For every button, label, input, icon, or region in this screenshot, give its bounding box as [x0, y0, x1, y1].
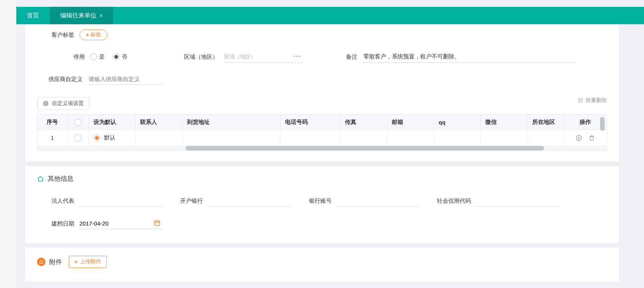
- customer-tag-label: 客户标签: [48, 31, 74, 39]
- col-delivery-address: 到货地址: [182, 115, 281, 130]
- attachment-title: 附件: [49, 258, 62, 266]
- region-input[interactable]: 区域（地区）: [223, 51, 257, 63]
- tab-home[interactable]: 首页: [16, 7, 50, 24]
- add-row-button[interactable]: [575, 135, 582, 141]
- bank-account-input[interactable]: [336, 195, 419, 207]
- tab-bar: 首页 编辑往来单位 ×: [16, 7, 644, 24]
- supplier-custom-input[interactable]: [88, 74, 164, 85]
- batch-delete-label: 批量删除: [586, 97, 607, 104]
- col-checkbox: [67, 115, 89, 130]
- header-checkbox[interactable]: [75, 119, 81, 126]
- cell-contact[interactable]: [136, 130, 182, 146]
- vertical-scrollbar-thumb[interactable]: [600, 117, 605, 131]
- ellipsis-icon[interactable]: ···: [292, 53, 303, 61]
- col-fax: 传真: [340, 115, 387, 130]
- row-checkbox[interactable]: [75, 135, 81, 141]
- cell-phone[interactable]: [281, 130, 340, 146]
- region-label: 区域（地区）: [184, 53, 218, 61]
- col-set-default: 设为默认: [89, 115, 136, 130]
- disable-yes-label: 是: [99, 53, 104, 60]
- cell-set-default: 默认: [89, 130, 136, 146]
- col-seq: 序号: [37, 115, 67, 130]
- bank-input[interactable]: [207, 195, 291, 207]
- supplier-custom-label: 供应商自定义: [48, 76, 83, 83]
- legal-rep-label: 法人代表: [48, 197, 74, 205]
- bank-account-label: 银行账号: [306, 197, 332, 205]
- horizontal-scrollbar[interactable]: [37, 146, 607, 150]
- col-contact: 联系人: [136, 115, 182, 130]
- disable-no-label: 否: [122, 53, 127, 60]
- home-icon: [37, 175, 44, 182]
- trash-icon: [588, 135, 595, 141]
- remark-input[interactable]: 零散客户，系统预置，租户不可删除。: [363, 51, 575, 63]
- social-credit-label: 社会信用代码: [435, 197, 471, 205]
- upload-attachment-label: 上传附件: [80, 258, 101, 265]
- col-qq: qq: [434, 115, 481, 130]
- disable-radio-group: 是 否: [90, 53, 127, 60]
- col-phone: 电话号码: [281, 115, 340, 130]
- calendar-icon[interactable]: [154, 219, 161, 226]
- tab-edit-label: 编辑往来单位: [60, 12, 97, 20]
- delete-row-button[interactable]: [588, 135, 595, 141]
- disable-no-radio[interactable]: 否: [113, 53, 127, 60]
- tab-home-label: 首页: [27, 12, 39, 20]
- plus-icon: +: [75, 259, 78, 265]
- batch-delete-button[interactable]: 批量删除: [577, 97, 607, 104]
- col-email: 邮箱: [387, 115, 434, 130]
- disable-yes-radio[interactable]: 是: [90, 53, 104, 60]
- legal-rep-input[interactable]: [79, 195, 162, 207]
- close-icon[interactable]: ×: [100, 13, 103, 19]
- other-info-title: 其他信息: [48, 174, 73, 183]
- table-row: 1 默认: [37, 130, 607, 146]
- other-info-header: 其他信息: [37, 173, 607, 186]
- remark-label: 备注: [346, 53, 357, 61]
- home-icon: [37, 258, 45, 266]
- scrollbar-thumb[interactable]: [186, 146, 544, 150]
- upload-attachment-button[interactable]: + 上传附件: [69, 256, 107, 268]
- created-date-label: 建档日期: [48, 220, 74, 227]
- cell-region[interactable]: [528, 130, 564, 146]
- cell-checkbox: [67, 130, 89, 146]
- attachment-header: 附件 + 上传附件: [37, 254, 607, 271]
- basic-info-card: 客户标签 + 标签 停用 是: [25, 24, 619, 161]
- cell-action: [564, 130, 607, 146]
- custom-field-settings-button[interactable]: 自定义项设置: [37, 97, 89, 110]
- radio-checked-icon: [113, 53, 120, 60]
- radio-icon: [90, 53, 97, 60]
- cell-wechat[interactable]: [481, 130, 528, 146]
- custom-field-settings-label: 自定义项设置: [52, 100, 84, 107]
- cell-delivery-address[interactable]: [182, 130, 281, 146]
- attachment-card: 附件 + 上传附件: [25, 247, 619, 282]
- cell-seq: 1: [37, 130, 67, 146]
- svg-rect-7: [154, 221, 160, 225]
- tab-edit-contact-unit[interactable]: 编辑往来单位 ×: [50, 7, 113, 24]
- cell-email[interactable]: [387, 130, 434, 146]
- default-label: 默认: [104, 134, 115, 141]
- add-tag-button[interactable]: + 标签: [80, 30, 108, 40]
- gear-icon: [43, 100, 49, 106]
- other-info-card: 其他信息 法人代表 开户银行 银行账号 社会信用代码: [25, 166, 619, 243]
- disable-label: 停用: [48, 53, 85, 61]
- delete-doc-icon: [577, 97, 583, 103]
- cell-fax[interactable]: [340, 130, 387, 146]
- add-tag-label: 标签: [90, 31, 101, 38]
- bank-label: 开户银行: [177, 197, 203, 205]
- col-wechat: 微信: [481, 115, 528, 130]
- default-radio[interactable]: [94, 135, 100, 141]
- cell-qq[interactable]: [434, 130, 481, 146]
- svg-rect-1: [579, 99, 582, 103]
- col-region: 所在地区: [528, 115, 564, 130]
- plus-icon: +: [86, 32, 89, 38]
- svg-point-0: [45, 103, 47, 104]
- table-header-row: 序号 设为默认 联系人 到货地址 电话号码 传真 邮箱 qq 微信: [37, 115, 607, 130]
- plus-circle-icon: [575, 135, 582, 141]
- created-date-input[interactable]: [79, 218, 162, 229]
- contacts-table: 序号 设为默认 联系人 到货地址 电话号码 传真 邮箱 qq 微信: [37, 114, 607, 151]
- social-credit-input[interactable]: [476, 195, 559, 207]
